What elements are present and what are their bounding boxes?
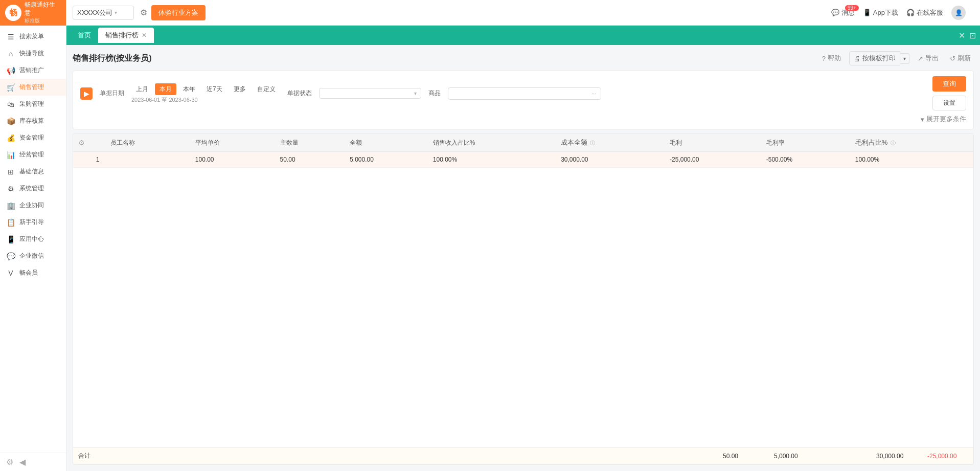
help-label: 帮助	[828, 54, 841, 63]
column-settings-icon[interactable]: ⚙	[78, 139, 85, 147]
export-button[interactable]: ↗ 导出	[915, 52, 942, 65]
topbar-gear-icon[interactable]: ⚙	[140, 8, 147, 17]
date-btn-more[interactable]: 更多	[229, 83, 250, 95]
sidebar-settings-icon[interactable]: ⚙	[6, 457, 13, 467]
logo-name: 畅康通好生意	[25, 1, 61, 17]
print-label: 按模板打印	[862, 54, 896, 63]
footer-gross: -25,000.00	[927, 453, 968, 460]
date-btn-7days[interactable]: 近7天	[202, 83, 227, 95]
trial-button[interactable]: 体验行业方案	[151, 5, 206, 20]
sidebar-item-marketing[interactable]: 📢 营销推广	[0, 62, 66, 79]
print-icon: 🖨	[854, 55, 860, 62]
sidebar-item-finance[interactable]: 💰 资金管理	[0, 129, 66, 146]
message-button[interactable]: 💬 消息 99+	[831, 8, 855, 17]
topbar-right: 💬 消息 99+ 📱 App下载 🎧 在线客服 👤	[831, 6, 974, 20]
row-gross-rate: -500.00%	[761, 152, 850, 168]
filter-settings-button[interactable]: 设置	[932, 96, 966, 110]
apps-icon: 📱	[6, 235, 15, 243]
th-rank	[90, 134, 105, 152]
sidebar-label-inventory: 库存核算	[19, 117, 44, 125]
sidebar: 畅 畅康通好生意 标准版 ☰ 搜索菜单 ⌂ 快捷导航 📢 营销推广 🛒 销售管理…	[0, 0, 66, 471]
sidebar-item-guide[interactable]: 📋 新手引导	[0, 214, 66, 231]
search-menu-icon: ☰	[6, 33, 15, 41]
query-button[interactable]: 查询	[932, 76, 966, 92]
user-avatar[interactable]: 👤	[951, 6, 966, 20]
date-btn-year[interactable]: 本年	[178, 83, 200, 95]
status-select[interactable]: ▾	[319, 88, 421, 99]
table-wrapper: ⚙ 员工名称 平均单价 主数量 全额 销售收入占比% 成本全额 ⓘ 毛利	[73, 133, 974, 465]
sidebar-item-wechat[interactable]: 💬 企业微信	[0, 248, 66, 264]
sidebar-item-member[interactable]: V 畅会员	[0, 264, 66, 281]
sidebar-item-inventory[interactable]: 📦 库存核算	[0, 113, 66, 129]
sidebar-label-coop: 企业协同	[19, 201, 44, 210]
sidebar-item-system[interactable]: ⚙ 系统管理	[0, 180, 66, 197]
goods-dots: ···	[591, 90, 597, 97]
filter-toggle-arrow[interactable]: ▶	[80, 87, 93, 100]
refresh-label: 刷新	[958, 54, 971, 63]
tab-home[interactable]: 首页	[71, 28, 98, 43]
sidebar-item-sales[interactable]: 🛒 销售管理	[0, 79, 66, 96]
tab-close-icon[interactable]: ✕	[142, 32, 147, 39]
sidebar-logo: 畅 畅康通好生意 标准版	[0, 0, 66, 26]
sidebar-item-operation[interactable]: 📊 经营管理	[0, 146, 66, 163]
sidebar-item-shortcut[interactable]: ⌂ 快捷导航	[0, 45, 66, 62]
row-name	[105, 152, 190, 168]
th-qty: 主数量	[275, 134, 345, 152]
sidebar-label-wechat: 企业微信	[19, 252, 44, 260]
sidebar-item-coop[interactable]: 🏢 企业协同	[0, 197, 66, 214]
footer-amount: 5,000.00	[774, 453, 815, 460]
message-icon: 💬	[831, 9, 839, 16]
maximize-icon[interactable]: ⊡	[969, 31, 976, 40]
system-icon: ⚙	[6, 185, 15, 193]
tab-sales-rank[interactable]: 销售排行榜 ✕	[98, 28, 154, 43]
goods-input[interactable]: ···	[448, 87, 601, 100]
sidebar-item-apps[interactable]: 📱 应用中心	[0, 231, 66, 248]
operation-icon: 📊	[6, 151, 15, 159]
message-badge: 99+	[845, 5, 859, 11]
print-button[interactable]: 🖨 按模板打印	[849, 51, 900, 65]
date-btn-custom[interactable]: 自定义	[253, 83, 280, 95]
refresh-button[interactable]: ↺ 刷新	[947, 52, 974, 65]
footer-cost: 30,000.00	[876, 453, 917, 460]
row-gross: -25,000.00	[665, 152, 761, 168]
goods-filter-label: 商品	[428, 89, 441, 98]
minimize-icon[interactable]: ✕	[959, 31, 965, 40]
page-actions: ? 帮助 🖨 按模板打印 ▾ ↗ 导出 ↺ 刷新	[819, 51, 974, 65]
date-range-text: 2023-06-01 至 2023-06-30	[131, 96, 280, 104]
cost-info-icon[interactable]: ⓘ	[590, 140, 595, 146]
help-button[interactable]: ? 帮助	[819, 52, 844, 65]
topbar: XXXXX公司 ▾ ⚙ 体验行业方案 💬 消息 99+ 📱 App下载 🎧 在线…	[66, 0, 980, 26]
sidebar-label-system: 系统管理	[19, 184, 44, 193]
sidebar-label-member: 畅会员	[19, 268, 38, 277]
online-service-button[interactable]: 🎧 在线客服	[906, 8, 943, 17]
sidebar-item-basic[interactable]: ⊞ 基础信息	[0, 163, 66, 180]
content-area: 销售排行榜(按业务员) ? 帮助 🖨 按模板打印 ▾ ↗ 导出	[66, 45, 980, 471]
company-dropdown-arrow: ▾	[115, 10, 117, 15]
sidebar-item-purchase[interactable]: 🛍 采购管理	[0, 96, 66, 113]
inventory-icon: 📦	[6, 117, 15, 125]
th-sales-pct: 销售收入占比%	[428, 134, 556, 152]
expand-label: 展开更多条件	[926, 115, 966, 124]
th-gross: 毛利	[665, 134, 761, 152]
service-icon: 🎧	[906, 9, 915, 16]
th-gross-rate: 毛利率	[761, 134, 850, 152]
service-label: 在线客服	[917, 8, 943, 17]
home-icon: ⌂	[6, 50, 15, 58]
app-label: App下载	[873, 8, 898, 17]
expand-conditions-button[interactable]: ▾ 展开更多条件	[921, 115, 966, 124]
app-download-button[interactable]: 📱 App下载	[863, 8, 898, 17]
filter-row: ▶ 单据日期 上月 本月 本年 近7天 更多 自定义 2023-06-01 至 …	[80, 76, 966, 110]
filter-area: ▶ 单据日期 上月 本月 本年 近7天 更多 自定义 2023-06-01 至 …	[73, 71, 974, 129]
data-table: ⚙ 员工名称 平均单价 主数量 全额 销售收入占比% 成本全额 ⓘ 毛利	[73, 134, 973, 168]
sidebar-label-search: 搜索菜单	[19, 32, 44, 41]
gross-pct-info-icon[interactable]: ⓘ	[891, 140, 896, 146]
finance-icon: 💰	[6, 134, 15, 142]
date-btn-curr[interactable]: 本月	[155, 83, 176, 95]
print-dropdown-button[interactable]: ▾	[900, 53, 909, 64]
row-qty: 50.00	[275, 152, 345, 168]
company-selector[interactable]: XXXXX公司 ▾	[73, 6, 134, 20]
date-btn-prev[interactable]: 上月	[131, 83, 153, 95]
sidebar-item-search[interactable]: ☰ 搜索菜单	[0, 28, 66, 45]
sidebar-collapse-icon[interactable]: ◀	[19, 457, 26, 467]
sidebar-bottom: ⚙ ◀	[0, 453, 66, 471]
